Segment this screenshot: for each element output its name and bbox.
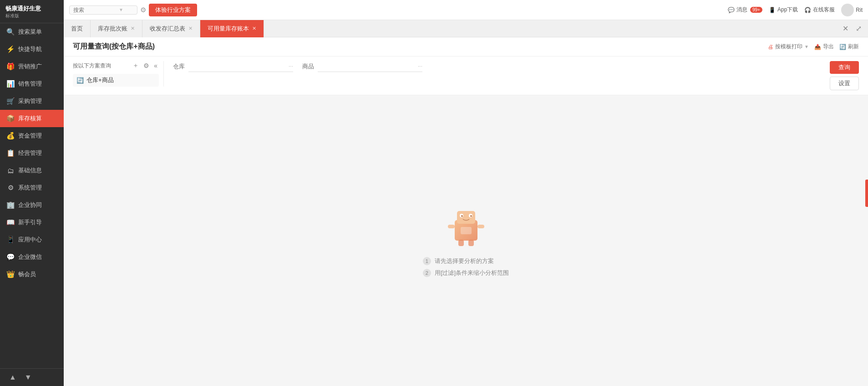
gear-icon[interactable]: ⚙ xyxy=(140,6,146,14)
set-button[interactable]: 设置 xyxy=(830,77,859,90)
empty-illustration xyxy=(443,204,489,250)
sidebar-item-enterprise[interactable]: 🏢 企业协同 xyxy=(0,196,64,214)
finance-icon: 💰 xyxy=(6,132,15,140)
close-icon[interactable]: ✕ xyxy=(188,26,193,31)
purchase-icon: 🛒 xyxy=(6,97,15,105)
app-download-button[interactable]: 📱 App下载 xyxy=(769,6,798,14)
chevron-down-icon: ▼ xyxy=(804,44,809,49)
message-label: 消息 xyxy=(736,6,747,14)
tip-number-2: 2 xyxy=(423,269,431,277)
warehouse-input[interactable] xyxy=(188,61,289,71)
close-tab-button[interactable]: ✕ xyxy=(840,23,851,34)
collapse-scheme-button[interactable]: « xyxy=(152,62,159,70)
tabs-actions: ✕ ⤢ xyxy=(840,23,868,34)
warehouse-product-icon: 🔄 xyxy=(76,77,84,84)
sidebar-item-system[interactable]: ⚙ 系统管理 xyxy=(0,179,64,196)
tab-receipt-summary[interactable]: 收发存汇总表 ✕ xyxy=(142,20,200,37)
tabs-bar: 首页 库存批次账 ✕ 收发存汇总表 ✕ 可用量库存账本 ✕ ✕ ⤢ xyxy=(64,20,868,37)
empty-tip-2: 2 用[过滤]条件来缩小分析范围 xyxy=(423,269,509,277)
service-button[interactable]: 🎧 在线客服 xyxy=(804,6,835,14)
sidebar-logo: 畅康通好生意 标准版 xyxy=(0,0,64,23)
warehouse-label: 仓库 xyxy=(173,62,185,71)
content-area: 可用量查询(按仓库+商品) 🖨 按模板打印 ▼ 📤 导出 🔄 刷新 xyxy=(64,37,868,386)
export-label: 导出 xyxy=(823,43,834,51)
wechat-icon: 💬 xyxy=(6,253,15,261)
sidebar-item-finance[interactable]: 💰 资金管理 xyxy=(0,127,64,144)
sidebar-item-label: 营销推广 xyxy=(18,62,42,71)
product-input[interactable] xyxy=(318,61,418,71)
chevron-down-icon: ▼ xyxy=(119,7,123,12)
search-icon: 🔍 xyxy=(6,28,15,36)
topbar: ▼ ⚙ 体验行业方案 💬 消息 99+ 📱 App下载 🎧 在线客服 Rit xyxy=(64,0,868,20)
print-button[interactable]: 🖨 按模板打印 ▼ xyxy=(768,43,809,51)
settings-scheme-button[interactable]: ⚙ xyxy=(142,62,151,70)
sidebar-item-label: 资金管理 xyxy=(18,132,42,140)
sidebar-item-label: 库存核算 xyxy=(18,114,42,123)
sidebar-item-label: 基础信息 xyxy=(18,166,42,175)
empty-tips: 1 请先选择要分析的方案 2 用[过滤]条件来缩小分析范围 xyxy=(423,257,509,277)
refresh-button[interactable]: 🔄 刷新 xyxy=(839,43,859,51)
topbar-left: ▼ ⚙ 体验行业方案 xyxy=(69,4,724,16)
filter-area: 按以下方案查询 ＋ ⚙ « 🔄 仓库+商品 仓库 xyxy=(64,57,868,95)
svg-point-5 xyxy=(470,215,472,217)
filter-field-warehouse: 仓库 ··· xyxy=(173,61,293,72)
sidebar-item-basic[interactable]: 🗂 基础信息 xyxy=(0,162,64,179)
export-button[interactable]: 📤 导出 xyxy=(814,43,834,51)
sidebar-item-label: 采购管理 xyxy=(18,97,42,105)
maximize-tab-button[interactable]: ⤢ xyxy=(853,23,864,34)
sidebar-scroll-up[interactable]: ▲ xyxy=(6,372,19,382)
sidebar-item-sales[interactable]: 📊 销售管理 xyxy=(0,75,64,93)
warehouse-more-icon[interactable]: ··· xyxy=(289,63,293,69)
sidebar-item-shortcuts[interactable]: ⚡ 快捷导航 xyxy=(0,41,64,58)
service-label: 在线客服 xyxy=(813,6,835,14)
page-title: 可用量查询(按仓库+商品) xyxy=(73,42,155,51)
apps-icon: 📱 xyxy=(6,236,15,244)
sales-icon: 📊 xyxy=(6,80,15,88)
empty-tip-1: 1 请先选择要分析的方案 xyxy=(423,257,509,265)
filter-scheme-panel: 按以下方案查询 ＋ ⚙ « 🔄 仓库+商品 xyxy=(73,61,164,87)
sidebar-item-inventory[interactable]: 📦 库存核算 xyxy=(0,110,64,127)
sidebar-item-operations[interactable]: 📋 经营管理 xyxy=(0,144,64,162)
filter-scheme-title: 按以下方案查询 xyxy=(73,62,111,70)
topbar-search-input[interactable] xyxy=(73,7,119,13)
tab-batch-ledger[interactable]: 库存批次账 ✕ xyxy=(91,20,142,37)
sidebar-bottom: ▲ ▼ xyxy=(0,368,64,386)
tab-home[interactable]: 首页 xyxy=(64,20,91,37)
message-button[interactable]: 💬 消息 99+ xyxy=(728,6,762,14)
page-header: 可用量查询(按仓库+商品) 🖨 按模板打印 ▼ 📤 导出 🔄 刷新 xyxy=(64,37,868,57)
sidebar-item-purchase[interactable]: 🛒 采购管理 xyxy=(0,93,64,110)
tab-label: 可用量库存账本 xyxy=(208,25,249,33)
sidebar-item-label: 企业协同 xyxy=(18,201,42,209)
sidebar-item-apps[interactable]: 📱 应用中心 xyxy=(0,231,64,248)
close-icon[interactable]: ✕ xyxy=(131,26,135,31)
sidebar-item-marketing[interactable]: 🎁 营销推广 xyxy=(0,58,64,75)
filter-fields: 仓库 ··· 商品 ··· xyxy=(164,61,825,72)
sidebar-item-label: 经营管理 xyxy=(18,149,42,157)
svg-rect-9 xyxy=(468,240,474,246)
operations-icon: 📋 xyxy=(6,149,15,157)
filter-scheme-actions: ＋ ⚙ « xyxy=(131,61,159,70)
main-area: ▼ ⚙ 体验行业方案 💬 消息 99+ 📱 App下载 🎧 在线客服 Rit xyxy=(64,0,868,386)
refresh-label: 刷新 xyxy=(848,43,859,51)
sidebar-item-wechat[interactable]: 💬 企业微信 xyxy=(0,248,64,266)
topbar-search-box[interactable]: ▼ xyxy=(69,5,137,15)
sidebar: 畅康通好生意 标准版 🔍 搜索菜单 ⚡ 快捷导航 🎁 营销推广 📊 销售管理 🛒… xyxy=(0,0,64,386)
sidebar-item-search[interactable]: 🔍 搜索菜单 xyxy=(0,23,64,41)
trial-industry-button[interactable]: 体验行业方案 xyxy=(149,4,197,16)
query-button[interactable]: 查询 xyxy=(830,61,859,74)
sidebar-item-guide[interactable]: 📖 新手引导 xyxy=(0,214,64,231)
tab-label: 库存批次账 xyxy=(98,25,127,33)
add-scheme-button[interactable]: ＋ xyxy=(131,61,140,70)
sidebar-item-vip[interactable]: 👑 畅会员 xyxy=(0,266,64,283)
sidebar-item-label: 应用中心 xyxy=(18,236,42,244)
scheme-item-warehouse-product[interactable]: 🔄 仓库+商品 xyxy=(73,74,159,87)
avatar xyxy=(841,4,854,16)
empty-state: 1 请先选择要分析的方案 2 用[过滤]条件来缩小分析范围 xyxy=(64,95,868,386)
user-menu[interactable]: Rit xyxy=(841,4,863,16)
shortcuts-icon: ⚡ xyxy=(6,45,15,53)
close-icon[interactable]: ✕ xyxy=(252,26,256,31)
right-scroll-indicator xyxy=(865,180,868,207)
sidebar-scroll-down[interactable]: ▼ xyxy=(22,372,35,382)
product-more-icon[interactable]: ··· xyxy=(418,63,422,69)
tab-available-ledger[interactable]: 可用量库存账本 ✕ xyxy=(200,20,264,37)
